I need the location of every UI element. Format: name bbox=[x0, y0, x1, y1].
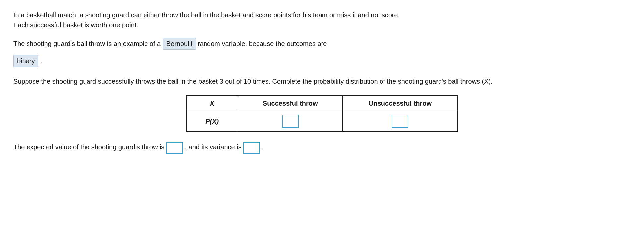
sentence1-suffix: random variable, because the outcomes ar… bbox=[198, 40, 327, 47]
sentence3-text: Suppose the shooting guard successfully … bbox=[13, 78, 493, 85]
successful-throw-cell bbox=[238, 111, 343, 132]
col3-header: Unsuccessful throw bbox=[343, 96, 458, 111]
conclusion-line: The expected value of the shooting guard… bbox=[13, 141, 631, 154]
col2-header: Successful throw bbox=[238, 96, 343, 111]
unsuccessful-throw-input[interactable] bbox=[392, 115, 408, 128]
probability-table-container: X Successful throw Unsuccessful throw P(… bbox=[13, 95, 631, 132]
intro-line2: Each successful basket is worth one poin… bbox=[13, 21, 138, 28]
probability-table: X Successful throw Unsuccessful throw P(… bbox=[186, 95, 458, 132]
binary-highlight: binary bbox=[13, 55, 38, 67]
intro-line1: In a basketball match, a shooting guard … bbox=[13, 11, 400, 19]
bernoulli-sentence: The shooting guard's ball throw is an ex… bbox=[13, 38, 631, 50]
successful-throw-input[interactable] bbox=[282, 115, 299, 128]
sentence1-prefix: The shooting guard's ball throw is an ex… bbox=[13, 40, 161, 47]
unsuccessful-throw-cell bbox=[343, 111, 458, 132]
sentence2-suffix: . bbox=[40, 57, 42, 65]
bernoulli-highlight: Bernoulli bbox=[163, 38, 196, 50]
row-label: P(X) bbox=[187, 111, 238, 132]
variance-input[interactable] bbox=[243, 142, 260, 154]
table-row: P(X) bbox=[187, 111, 458, 132]
problem-statement: Suppose the shooting guard successfully … bbox=[13, 76, 631, 86]
conclusion-middle: , and its variance is bbox=[185, 143, 241, 151]
intro-paragraph: In a basketball match, a shooting guard … bbox=[13, 10, 631, 30]
conclusion-prefix: The expected value of the shooting guard… bbox=[13, 143, 164, 151]
binary-sentence: binary . bbox=[13, 55, 631, 67]
col1-header: X bbox=[187, 96, 238, 111]
conclusion-suffix: . bbox=[262, 143, 264, 151]
expected-value-input[interactable] bbox=[166, 142, 183, 154]
